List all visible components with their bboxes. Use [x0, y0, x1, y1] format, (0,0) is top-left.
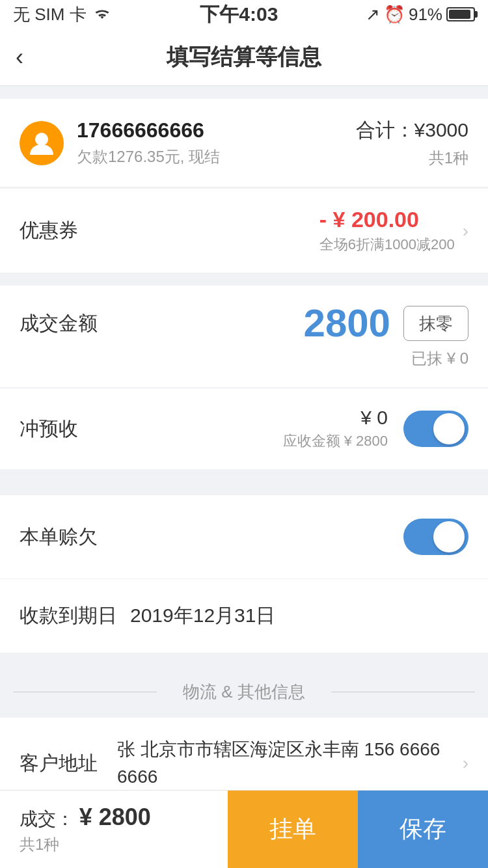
section-divider-1 [0, 273, 488, 286]
transaction-label: 成交金额 [20, 310, 98, 337]
bottom-summary: 成交： ¥ 2800 共1种 [0, 791, 228, 868]
transaction-section: 成交金额 2800 抹零 已抹 ¥ 0 [0, 286, 488, 387]
status-left: 无 SIM 卡 [13, 3, 113, 26]
coupon-details: - ¥ 200.00 全场6折满1000减200 [319, 207, 455, 254]
coupon-chevron-icon: › [463, 221, 468, 241]
customer-info: 17666666666 欠款1276.35元, 现结 [77, 118, 220, 167]
customer-right: 合计：¥3000 共1种 [356, 117, 468, 169]
debt-toggle[interactable] [403, 519, 468, 555]
address-chevron-icon: › [463, 753, 468, 774]
wifi-icon [92, 7, 113, 21]
section-divider-2 [0, 469, 488, 482]
prereceive-value: ¥ 0 [283, 407, 388, 429]
customer-debt: 欠款1276.35元, 现结 [77, 146, 220, 167]
due-date-row: 收款到期日 2019年12月31日 [0, 578, 488, 653]
svg-point-0 [35, 133, 48, 146]
prereceive-toggle[interactable] [403, 411, 468, 447]
alarm-icon: ⏰ [384, 5, 405, 25]
bottom-deal-label: 成交： [20, 809, 74, 829]
coupon-discount: - ¥ 200.00 [319, 207, 455, 232]
page-title: 填写结算等信息 [167, 42, 321, 72]
prereceive-row: 冲预收 ¥ 0 应收金额 ¥ 2800 [0, 388, 488, 469]
debt-row: 本单赊欠 [0, 495, 488, 578]
address-label: 客户地址 [20, 750, 98, 777]
hold-button[interactable]: 挂单 [228, 791, 358, 868]
amount-right: 2800 抹零 [304, 304, 468, 343]
prereceive-desc: 应收金额 ¥ 2800 [283, 431, 388, 451]
bottom-count: 共1种 [20, 834, 208, 855]
customer-phone: 17666666666 [77, 118, 220, 142]
status-right: ↗ ⏰ 91% [366, 5, 475, 25]
battery-icon [446, 7, 475, 21]
battery-percent: 91% [409, 5, 442, 25]
location-icon: ↗ [366, 5, 380, 25]
prereceive-label: 冲预收 [20, 416, 78, 442]
divider-line-right [331, 692, 475, 692]
toggle-knob [433, 413, 465, 444]
customer-card: 17666666666 欠款1276.35元, 现结 合计：¥3000 共1种 [0, 99, 488, 187]
amount-row: 成交金额 2800 抹零 [20, 304, 468, 343]
customer-left: 17666666666 欠款1276.35元, 现结 [20, 118, 220, 167]
prereceive-amount: ¥ 0 应收金额 ¥ 2800 [283, 407, 388, 451]
coupon-row[interactable]: 优惠券 - ¥ 200.00 全场6折满1000减200 › [0, 188, 488, 273]
save-button[interactable]: 保存 [358, 791, 488, 868]
no-sim-text: 无 SIM 卡 [13, 3, 87, 26]
total-count: 共1种 [356, 148, 468, 169]
coupon-right: - ¥ 200.00 全场6折满1000减200 › [319, 207, 468, 254]
total-amount: 合计：¥3000 [356, 117, 468, 144]
status-bar: 无 SIM 卡 下午4:03 ↗ ⏰ 91% [0, 0, 488, 29]
debt-toggle-knob [433, 521, 465, 552]
address-value: 张 北京市市辖区海淀区永丰南 156 6666 6666 [117, 736, 452, 791]
page-header: ‹ 填写结算等信息 [0, 29, 488, 86]
logistics-divider: 物流 & 其他信息 [0, 666, 488, 718]
status-time: 下午4:03 [200, 1, 278, 28]
prereceive-right: ¥ 0 应收金额 ¥ 2800 [283, 407, 468, 451]
due-date-label: 收款到期日 [20, 603, 117, 629]
due-date-value: 2019年12月31日 [130, 603, 275, 629]
logistics-text: 物流 & 其他信息 [183, 681, 305, 703]
coupon-desc: 全场6折满1000减200 [319, 235, 455, 254]
bottom-bar: 成交： ¥ 2800 共1种 挂单 保存 [0, 790, 488, 868]
round-button[interactable]: 抹零 [403, 306, 468, 341]
already-rounded: 已抹 ¥ 0 [20, 348, 468, 369]
transaction-amount: 2800 [304, 304, 390, 343]
bottom-deal-amount: ¥ 2800 [79, 804, 151, 830]
bottom-deal-line: 成交： ¥ 2800 [20, 804, 208, 832]
coupon-label: 优惠券 [20, 217, 78, 244]
divider-line-left [13, 692, 157, 692]
debt-label: 本单赊欠 [20, 524, 98, 550]
back-button[interactable]: ‹ [16, 44, 23, 71]
avatar [20, 121, 64, 165]
